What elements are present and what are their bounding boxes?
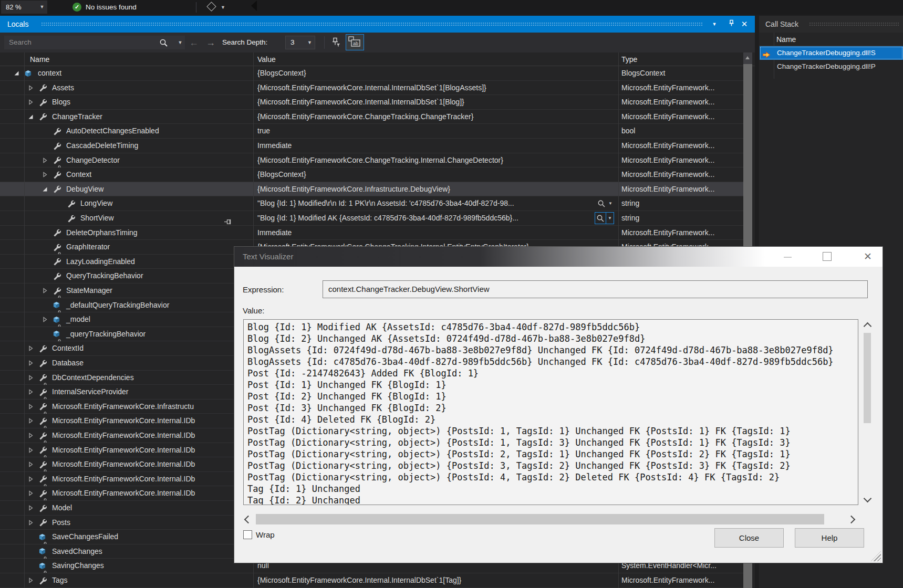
visualizer-chevron-icon[interactable]: ▼: [607, 198, 614, 209]
expander-collapsed-icon[interactable]: [28, 486, 35, 500]
wrap-checkbox[interactable]: [243, 530, 252, 539]
variable-value-cell: Immediate: [257, 139, 618, 153]
visualizer-vertical-scrollbar[interactable]: [863, 319, 872, 505]
format-as-table-button[interactable]: ab: [346, 34, 364, 50]
column-header-type[interactable]: Type: [621, 52, 637, 66]
property-icon: [38, 428, 47, 443]
expander-collapsed-icon[interactable]: [28, 457, 35, 471]
variable-name: Database: [52, 356, 84, 370]
locals-row[interactable]: AutoDetectChangesEnabledtruebool: [0, 124, 743, 139]
pin-icon[interactable]: [725, 16, 738, 33]
locals-row[interactable]: LongView"Blog {Id: 1} Modified\r\n Id: 1…: [0, 196, 743, 211]
expander-collapsed-icon[interactable]: [42, 284, 49, 298]
call-stack-frame[interactable]: ChangeTrackerDebugging.dll!P: [760, 60, 903, 74]
pin-to-source-icon[interactable]: [224, 215, 233, 225]
expander-collapsed-icon[interactable]: [28, 356, 35, 370]
locals-row[interactable]: CascadeDeleteTimingImmediateMicrosoft.En…: [0, 139, 743, 153]
close-icon[interactable]: ✕: [738, 16, 751, 33]
help-button[interactable]: Help: [795, 528, 864, 548]
expander-collapsed-icon[interactable]: [28, 371, 35, 385]
window-position-chevron-icon[interactable]: ▼: [708, 16, 721, 33]
chevron-down-icon[interactable]: ▼: [221, 0, 225, 15]
column-header-name[interactable]: Name: [30, 52, 49, 66]
expander-collapsed-icon[interactable]: [28, 501, 35, 515]
expander-collapsed-icon[interactable]: [28, 573, 35, 587]
magnifier-visualizer-icon[interactable]: [595, 212, 606, 224]
variable-name: context: [38, 66, 61, 80]
variable-name: SaveChangesFailed: [52, 530, 118, 544]
expander-collapsed-icon[interactable]: [42, 167, 49, 182]
locals-row[interactable]: Blogs{Microsoft.EntityFrameworkCore.Inte…: [0, 95, 743, 110]
search-options-chevron-icon[interactable]: ▼: [175, 36, 185, 49]
visualizer-horizontal-scrollbar[interactable]: [243, 513, 858, 525]
expander-collapsed-icon[interactable]: [28, 472, 35, 486]
value-textarea[interactable]: Blog {Id: 1} Modified AK {AssetsId: c478…: [243, 319, 858, 505]
locals-row[interactable]: ShortView"Blog {Id: 1} Modified AK {Asse…: [0, 211, 743, 226]
expander-collapsed-icon[interactable]: [28, 81, 35, 95]
close-button[interactable]: Close: [714, 528, 784, 548]
call-stack-titlebar[interactable]: Call Stack: [759, 16, 903, 33]
locals-row[interactable]: ChangeTracker{Microsoft.EntityFrameworkC…: [0, 110, 743, 124]
variable-type: string: [621, 211, 742, 225]
expander-collapsed-icon[interactable]: [28, 428, 35, 443]
scroll-up-chevron-icon[interactable]: [864, 322, 872, 331]
scroll-up-arrow-icon[interactable]: [745, 56, 750, 59]
search-back-arrow-icon[interactable]: ←: [189, 33, 199, 52]
locals-panel-titlebar[interactable]: Locals ▼ ✕: [0, 16, 755, 33]
search-depth-combo[interactable]: 3 ▼: [285, 36, 315, 49]
dialog-titlebar[interactable]: Text Visualizer ✕: [234, 247, 883, 267]
magnifier-visualizer-icon[interactable]: [596, 198, 607, 209]
expression-field[interactable]: context.ChangeTracker.DebugView.ShortVie…: [323, 280, 868, 298]
expander-expanded-icon[interactable]: [14, 66, 20, 80]
call-stack-frame[interactable]: ChangeTrackerDebugging.dll!S: [760, 46, 903, 60]
scroll-right-chevron-icon[interactable]: [847, 516, 856, 524]
close-icon[interactable]: ✕: [860, 247, 875, 267]
scroll-down-chevron-icon[interactable]: [864, 495, 872, 503]
expander-collapsed-icon[interactable]: [28, 516, 35, 530]
expander-collapsed-icon[interactable]: [42, 312, 49, 327]
search-forward-arrow-icon[interactable]: →: [206, 33, 215, 52]
chevron-down-icon[interactable]: ▼: [307, 36, 312, 49]
visualizer-chevron-icon[interactable]: ▼: [606, 212, 614, 224]
editor-zoom-combo[interactable]: 82 % ▼: [1, 1, 47, 14]
locals-row[interactable]: DebugView{Microsoft.EntityFrameworkCore.…: [0, 182, 743, 197]
variable-type: string: [621, 196, 742, 211]
search-input[interactable]: Search ▼: [4, 36, 185, 49]
expander-collapsed-icon[interactable]: [28, 400, 35, 414]
expander-collapsed-icon[interactable]: [28, 95, 35, 109]
resize-grip[interactable]: [871, 551, 881, 561]
field-icon: [53, 312, 61, 327]
minimize-icon[interactable]: [784, 257, 792, 258]
locals-row[interactable]: Assets{Microsoft.EntityFrameworkCore.Int…: [0, 81, 743, 96]
locals-row[interactable]: Tags{Microsoft.EntityFrameworkCore.Inter…: [0, 573, 743, 588]
expander-collapsed-icon[interactable]: [28, 385, 35, 399]
variable-type: Microsoft.EntityFramework...: [621, 95, 742, 109]
tag-tool-icon[interactable]: [206, 2, 216, 11]
expander-collapsed-icon[interactable]: [28, 341, 35, 355]
maximize-icon[interactable]: [823, 252, 832, 261]
chevron-down-icon[interactable]: ▼: [37, 1, 47, 14]
expander-collapsed-icon[interactable]: [42, 153, 49, 167]
property-icon: [38, 385, 47, 399]
expander-expanded-icon[interactable]: [42, 182, 49, 196]
visualizer-text-line: PostTag (Dictionary<string, object>) {Po…: [244, 448, 858, 460]
variable-name-cell: Microsoft.EntityFrameworkCore.Internal.I…: [0, 457, 253, 471]
variable-name-cell: Microsoft.EntityFrameworkCore.Internal.I…: [0, 414, 253, 428]
variable-name: DeleteOrphansTiming: [66, 226, 138, 240]
locals-row[interactable]: Context{BlogsContext}Microsoft.EntityFra…: [0, 167, 743, 182]
search-icon[interactable]: [159, 38, 168, 49]
column-header-name[interactable]: Name: [776, 33, 796, 46]
expander-collapsed-icon[interactable]: [28, 414, 35, 428]
scrollbar-thumb[interactable]: [256, 514, 824, 524]
pin-properties-icon[interactable]: [329, 37, 341, 50]
column-header-value[interactable]: Value: [257, 52, 276, 66]
locals-row[interactable]: DeleteOrphansTimingImmediateMicrosoft.En…: [0, 226, 743, 240]
property-icon: [53, 124, 61, 138]
scrollbar-thumb[interactable]: [864, 333, 871, 423]
locals-row[interactable]: context{BlogsContext}BlogsContext: [0, 66, 743, 81]
variable-name: SavingChanges: [52, 559, 104, 573]
expander-collapsed-icon[interactable]: [28, 443, 35, 457]
expander-expanded-icon[interactable]: [28, 110, 35, 124]
locals-row[interactable]: ChangeDetector{Microsoft.EntityFramework…: [0, 153, 743, 168]
scroll-left-chevron-icon[interactable]: [244, 516, 253, 524]
